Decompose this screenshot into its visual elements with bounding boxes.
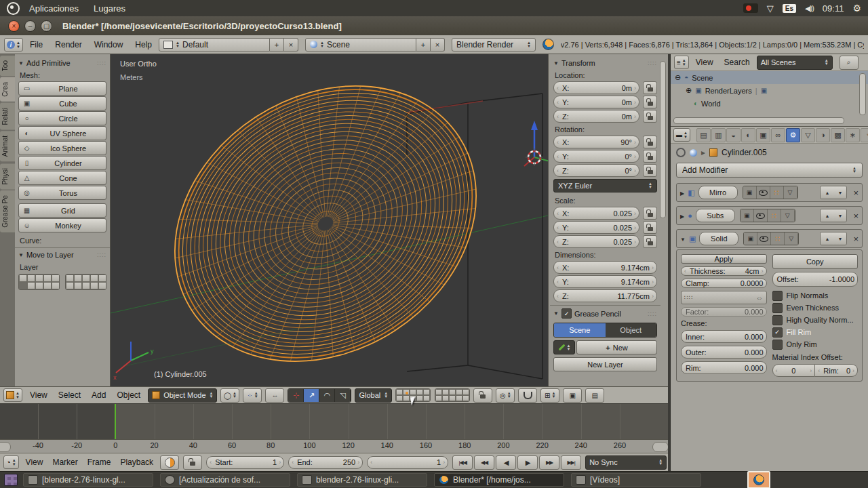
object-tab[interactable]: ▣ — [756, 128, 770, 142]
layer-cell[interactable] — [43, 274, 52, 282]
layer-cell[interactable] — [435, 395, 442, 401]
modifier-move-down-button[interactable]: ▼ — [833, 209, 846, 222]
rotation-field[interactable]: ‹X:90°› — [553, 136, 639, 148]
tool-shelf-tab[interactable]: Relati — [0, 103, 15, 130]
modifier-name-field[interactable]: Subs — [696, 209, 735, 222]
outliner-item-renderlayers[interactable]: ⊕ ▣ RenderLayers | ▣ — [671, 84, 868, 97]
thickness-field[interactable]: ‹Thickness:4cm› — [681, 266, 767, 276]
layer-grid-left[interactable] — [18, 274, 60, 290]
dimension-field[interactable]: ‹X:9.174cm› — [553, 261, 657, 274]
play-reverse-button[interactable]: ◀ — [496, 455, 516, 470]
add-mesh-button[interactable]: ◎Torus — [18, 186, 106, 200]
lock-toggle[interactable] — [643, 110, 657, 123]
layer-grid-right[interactable] — [65, 274, 106, 290]
layer-cell[interactable] — [74, 282, 82, 289]
modifier-expand-toggle[interactable] — [680, 188, 684, 197]
outliner-menu-item[interactable]: Search — [724, 58, 750, 67]
outliner-horizontal-scrollbar[interactable] — [673, 117, 844, 124]
viewport-shading-dropdown[interactable]: ◯▲▼ — [220, 388, 239, 403]
modifier-visibility-toggle[interactable] — [754, 209, 768, 222]
layer-cell[interactable] — [82, 274, 90, 282]
keyboard-layout-indicator[interactable]: Es — [783, 4, 796, 13]
solidify-checkbox[interactable]: Even Thickness — [772, 302, 859, 314]
add-mesh-button[interactable]: △Cone — [18, 171, 106, 185]
panel-grip-icon[interactable]: :::: — [97, 60, 106, 66]
layer-cell[interactable] — [90, 282, 98, 289]
layer-cell[interactable] — [35, 274, 43, 282]
start-frame-field[interactable]: ‹Start:1› — [206, 456, 284, 469]
modifier-visibility-toggle[interactable] — [757, 186, 770, 199]
layer-cell[interactable] — [423, 395, 430, 401]
layers-grid-right[interactable] — [435, 388, 470, 402]
opengl-render-button[interactable]: ▣ — [563, 388, 582, 403]
lock-toggle[interactable] — [643, 136, 657, 148]
timeline-menu-item[interactable]: Marker — [52, 458, 77, 467]
layer-cell[interactable] — [456, 389, 462, 395]
add-layout-button[interactable]: + — [270, 38, 284, 52]
volume-icon[interactable]: ◀)) — [805, 4, 814, 13]
session-gear-icon[interactable]: ⚙ — [852, 3, 861, 14]
screen-record-icon[interactable] — [743, 3, 758, 13]
dimension-field[interactable]: ‹Z:11.775cm› — [553, 289, 657, 302]
distro-logo-icon[interactable] — [7, 2, 20, 15]
modifier-move-up-button[interactable]: ▲ — [821, 232, 833, 245]
modifier-expand-toggle[interactable] — [680, 211, 684, 220]
layer-cell[interactable] — [19, 282, 27, 289]
add-mesh-button[interactable]: ◐UV Sphere — [18, 126, 106, 140]
snap-element-dropdown[interactable]: ⊞▲▼ — [540, 388, 559, 403]
lock-toggle[interactable] — [643, 96, 657, 108]
info-menu-item[interactable]: Help — [135, 40, 152, 49]
outliner-item-scene[interactable]: ⊖ ◓ Scene — [671, 71, 868, 84]
layer-cell[interactable] — [19, 274, 27, 282]
outliner-vertical-scrollbar[interactable] — [859, 73, 866, 115]
modifier-panel-header[interactable]: ◧ Mirro ▣ ∷ ▽ ▲▼ × — [676, 183, 863, 202]
blender-launcher-highlight[interactable] — [747, 471, 770, 488]
layer-cell[interactable] — [396, 389, 403, 395]
modifier-name-field[interactable]: Mirro — [698, 186, 738, 199]
layer-cell[interactable] — [449, 395, 456, 401]
tool-shelf-tab[interactable]: Grease Pe — [0, 190, 15, 232]
scale-manipulator-toggle[interactable]: ◹ — [335, 389, 351, 402]
previous-keyframe-button[interactable]: ◀◀ — [474, 455, 494, 470]
modifier-move-down-button[interactable]: ▼ — [833, 232, 846, 245]
viewport-menu-item[interactable]: Select — [58, 390, 81, 400]
layer-cell[interactable] — [416, 389, 423, 395]
timeline-menu-item[interactable]: Frame — [87, 458, 111, 467]
location-field[interactable]: ‹Y:0m› — [553, 96, 639, 108]
modifier-render-toggle[interactable]: ▣ — [741, 209, 754, 222]
layer-cell[interactable] — [396, 395, 403, 401]
panel-grip-icon[interactable]: :::: — [648, 60, 657, 66]
panel-grip-icon[interactable]: :::: — [648, 310, 657, 317]
add-modifier-dropdown[interactable]: Add Modifier▲▼ — [676, 163, 863, 178]
particles-tab[interactable]: ∗ — [846, 128, 860, 142]
workspace-switcher-icon[interactable] — [4, 474, 18, 486]
layer-cell[interactable] — [423, 389, 430, 395]
3d-viewport[interactable]: xy User Ortho Meters (1) Cylinder.005 — [111, 54, 548, 386]
viewport-menu-item[interactable]: Add — [92, 390, 106, 400]
timeline-band[interactable] — [0, 403, 668, 440]
data-tab[interactable]: ▽ — [801, 128, 815, 142]
modifier-cage-toggle[interactable]: ▽ — [785, 232, 798, 245]
playback-range-toggle[interactable] — [160, 455, 179, 470]
layer-cell[interactable] — [462, 389, 469, 395]
timeline-menu-item[interactable]: View — [26, 458, 43, 467]
translate-manipulator-toggle[interactable]: ↗ — [304, 389, 319, 402]
grease-pencil-panel-header[interactable]: ▼ ✓ Grease Pencil :::: — [553, 308, 657, 319]
location-field[interactable]: ‹Z:0m› — [553, 110, 639, 123]
modifier-render-toggle[interactable]: ▣ — [744, 232, 757, 245]
pin-icon[interactable] — [676, 148, 686, 157]
top-menu-item[interactable]: Lugares — [94, 3, 125, 14]
dimension-field[interactable]: ‹Y:9.174cm› — [553, 275, 657, 288]
layer-cell[interactable] — [456, 395, 462, 401]
add-scene-button[interactable]: + — [416, 38, 431, 52]
crease-field[interactable]: Outer:0.000 — [681, 346, 767, 359]
layer-cell[interactable] — [416, 395, 423, 401]
material-tab[interactable]: ◑ — [816, 128, 830, 142]
physics-tab[interactable]: ◔ — [861, 128, 868, 142]
layer-cell[interactable] — [35, 282, 43, 289]
editor-type-selector[interactable]: ▲▼ — [3, 388, 22, 402]
grease-pencil-checkbox[interactable]: ✓ — [561, 308, 572, 319]
transform-panel-header[interactable]: ▼ Transform :::: — [553, 59, 657, 67]
offset-field[interactable]: Offset:-1.0000 — [772, 272, 859, 287]
scale-field[interactable]: ‹Y:0.025› — [553, 221, 639, 234]
